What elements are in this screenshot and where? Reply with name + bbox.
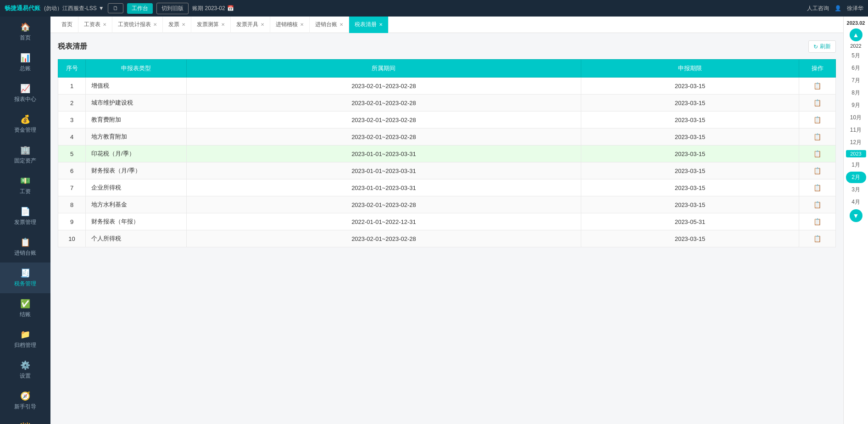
action-icon[interactable]: 📋 <box>813 133 821 140</box>
cell-deadline: 2023-05-31 <box>581 213 799 230</box>
cell-deadline: 2023-03-15 <box>581 196 799 213</box>
year-down-btn[interactable]: ▼ <box>850 209 862 222</box>
cell-deadline: 2023-03-15 <box>581 230 799 247</box>
cell-no: 10 <box>58 230 86 247</box>
action-icon[interactable]: 📋 <box>813 150 821 157</box>
cell-action[interactable]: 📋 <box>799 230 836 247</box>
refresh-button[interactable]: ↻ 刷新 <box>808 40 836 53</box>
tab-invoice-open-close[interactable]: ✕ <box>261 22 264 27</box>
cell-period: 2023-02-01~2023-02-28 <box>187 128 581 145</box>
cell-action[interactable]: 📋 <box>799 112 836 128</box>
table-row: 4 地方教育附加 2023-02-01~2023-02-28 2023-03-1… <box>58 128 836 145</box>
copy-btn[interactable]: 🗋 <box>108 3 123 13</box>
sidebar-item-guide[interactable]: 🧭 新手引导 <box>0 385 50 416</box>
cell-type: 财务报表（年报） <box>86 213 187 230</box>
tab-invoice-calc[interactable]: 发票测算 ✕ <box>191 17 231 33</box>
sidebar-item-assets[interactable]: 🏢 固定资产 <box>0 139 50 170</box>
action-icon[interactable]: 📋 <box>813 167 821 174</box>
workspace-btn[interactable]: 工作台 <box>127 3 153 14</box>
action-icon[interactable]: 📋 <box>813 184 821 191</box>
sidebar-item-archive[interactable]: 📁 归档管理 <box>0 324 50 355</box>
sidebar-item-tax[interactable]: 🧾 税务管理 <box>0 262 50 293</box>
cell-action[interactable]: 📋 <box>799 162 836 179</box>
tab-purchase-check-close[interactable]: ✕ <box>300 22 304 27</box>
month-2023-03[interactable]: 3月 <box>846 184 866 195</box>
tab-invoice-calc-close[interactable]: ✕ <box>221 22 225 27</box>
tab-salary-report[interactable]: 工资统计报表 ✕ <box>112 17 163 33</box>
month-2022-08[interactable]: 8月 <box>846 87 866 99</box>
action-icon[interactable]: 📋 <box>813 82 821 89</box>
action-icon[interactable]: 📋 <box>813 235 821 242</box>
month-2022-10[interactable]: 10月 <box>846 112 866 123</box>
year-up-btn[interactable]: ▲ <box>850 28 862 41</box>
action-icon[interactable]: 📋 <box>813 116 821 123</box>
cell-period: 2023-02-01~2023-02-28 <box>187 112 581 128</box>
month-2022-09[interactable]: 9月 <box>846 100 866 111</box>
tab-home-label: 首页 <box>61 21 72 28</box>
month-2022-12[interactable]: 12月 <box>846 137 866 148</box>
tab-invoice[interactable]: 发票 ✕ <box>163 17 191 33</box>
cell-no: 7 <box>58 179 86 196</box>
cell-action[interactable]: 📋 <box>799 196 836 213</box>
tab-salary-table-close[interactable]: ✕ <box>103 22 106 27</box>
tab-purchase-ledger[interactable]: 进销台账 ✕ <box>310 17 349 33</box>
sidebar-item-home[interactable]: 🏠 首页 <box>0 17 50 47</box>
cell-deadline: 2023-03-15 <box>581 112 799 128</box>
cell-action[interactable]: 📋 <box>799 179 836 196</box>
action-icon[interactable]: 📋 <box>813 201 821 208</box>
sidebar-item-closing[interactable]: ✅ 结账 <box>0 293 50 324</box>
settings-icon: ⚙️ <box>20 360 30 370</box>
company-selector[interactable]: (勿动）江西服查-LSS ▼ <box>44 5 104 12</box>
top-right: 人工咨询 👤 徐泽华 <box>807 5 863 12</box>
action-icon[interactable]: 📋 <box>813 99 821 106</box>
month-2023-02[interactable]: 2月 <box>846 172 866 183</box>
cell-action[interactable]: 📋 <box>799 145 836 162</box>
cell-no: 4 <box>58 128 86 145</box>
sidebar-item-salary[interactable]: 💵 工资 <box>0 170 50 201</box>
tab-invoice-label: 发票 <box>168 21 179 28</box>
tab-salary-report-close[interactable]: ✕ <box>153 22 157 27</box>
month-2022-11[interactable]: 11月 <box>846 124 866 136</box>
sidebar-item-ledger[interactable]: 📊 总账 <box>0 47 50 78</box>
tab-invoice-open[interactable]: 发票开具 ✕ <box>231 17 270 33</box>
ledger-icon: 📊 <box>20 53 30 63</box>
cell-type: 增值税 <box>86 78 187 95</box>
cell-action[interactable]: 📋 <box>799 78 836 95</box>
tab-purchase-ledger-close[interactable]: ✕ <box>339 22 343 27</box>
tab-purchase-ledger-label: 进销台账 <box>315 21 337 28</box>
action-icon[interactable]: 📋 <box>813 218 821 225</box>
sidebar-label-invoice: 发票管理 <box>14 218 36 226</box>
cell-deadline: 2023-03-15 <box>581 162 799 179</box>
sidebar-item-fund[interactable]: 💰 资金管理 <box>0 109 50 139</box>
home-icon: 🏠 <box>20 22 30 32</box>
sidebar-item-member[interactable]: 👑 畅会员 <box>0 416 50 424</box>
sidebar-item-invoice[interactable]: 📄 发票管理 <box>0 201 50 232</box>
tab-purchase-check[interactable]: 进销稽核 ✕ <box>270 17 310 33</box>
assets-icon: 🏢 <box>20 145 30 155</box>
tab-home[interactable]: 首页 <box>56 17 78 33</box>
month-2022-05[interactable]: 5月 <box>846 50 866 61</box>
month-2022-06[interactable]: 6月 <box>846 62 866 74</box>
cell-action[interactable]: 📋 <box>799 213 836 230</box>
period-selector[interactable]: 账期 2023-02 📅 <box>192 5 234 12</box>
tab-invoice-close[interactable]: ✕ <box>182 22 185 27</box>
tab-tax-clear-close[interactable]: ✕ <box>379 22 383 27</box>
switch-btn[interactable]: 切到旧版 <box>156 3 189 14</box>
month-2023-01[interactable]: 1月 <box>846 159 866 171</box>
cell-no: 1 <box>58 78 86 95</box>
sidebar-item-settings[interactable]: ⚙️ 设置 <box>0 355 50 385</box>
th-type: 申报表类型 <box>86 60 187 78</box>
ai-consult-btn[interactable]: 人工咨询 <box>807 5 829 12</box>
cell-type: 企业所得税 <box>86 179 187 196</box>
sidebar-item-purchase[interactable]: 📋 进销台账 <box>0 232 50 262</box>
sidebar-label-assets: 固定资产 <box>14 157 36 165</box>
cell-action[interactable]: 📋 <box>799 95 836 112</box>
cell-action[interactable]: 📋 <box>799 128 836 145</box>
tab-tax-clear-label: 税表清册 <box>355 21 377 28</box>
month-2022-07[interactable]: 7月 <box>846 75 866 86</box>
tab-salary-table[interactable]: 工资表 ✕ <box>78 17 112 33</box>
month-2023-04[interactable]: 4月 <box>846 196 866 208</box>
sidebar-item-report[interactable]: 📈 报表中心 <box>0 78 50 109</box>
tab-tax-clear[interactable]: 税表清册 ✕ <box>349 17 389 33</box>
closing-icon: ✅ <box>20 299 30 309</box>
